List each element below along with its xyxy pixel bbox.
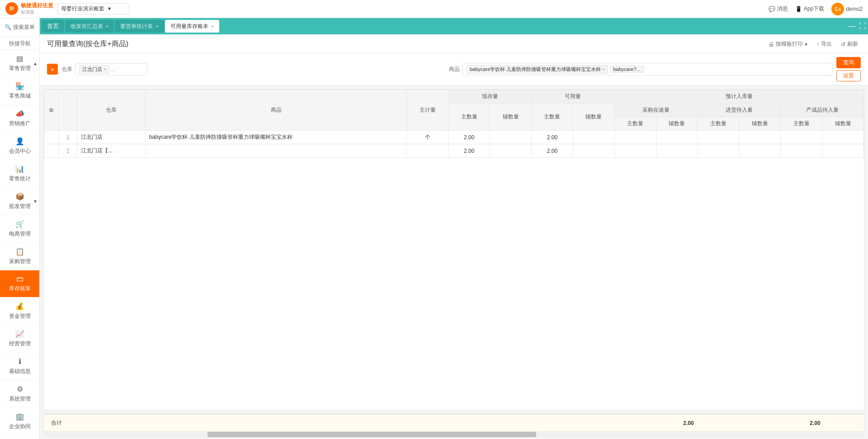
inventory-table: ⚙ 仓库 商品 主计量 现存量 可用量 预计入库量 主数量 辅数量 (44, 90, 864, 158)
tab-minimize-btn[interactable]: — (848, 22, 855, 30)
th-current-aux: 辅数量 (490, 104, 532, 131)
export-btn[interactable]: ↑ 导出 (814, 39, 835, 49)
wholesale-mgmt-icon: 📦 (15, 192, 24, 201)
print-icon: 🖨 (769, 41, 774, 47)
sidebar-item-retail-stats[interactable]: 📊 零售统计 (0, 160, 39, 188)
tab-bar: 首页 收发存汇总表 × 要货单统计表 × 可用量库存账本 × — ⛶ (40, 18, 868, 34)
tab-available-inventory[interactable]: 可用量库存账本 × (165, 20, 219, 33)
main-layout: 🔍 搜索菜单 快捷导航 ▤ 零售管理 ▲ 🏪 零售商城 📣 营销推广 👤 会员中… (0, 18, 868, 439)
cell-unit (407, 144, 448, 158)
cell-warehouse: 江北门店 (77, 131, 146, 144)
top-bar-right: 💬 消息 📱 App下载 Ea demo2 (769, 3, 863, 15)
th-group-current: 现存量 (448, 90, 532, 104)
th-index (59, 90, 77, 131)
sidebar-item-purchase[interactable]: 📋 采购管理 (0, 243, 39, 270)
basic-info-icon: ℹ (19, 357, 21, 366)
product-filter-input[interactable]: babycare学饮杯 儿童防摔防撞吸管杯重力球吸嘴杯宝宝水杯 × babyca… (462, 63, 833, 76)
sidebar-item-inventory[interactable]: 🗃 库存核算 (0, 270, 39, 297)
store-selector[interactable]: 母婴行业演示账套 ▾ (57, 3, 129, 14)
th-current-main: 主数量 (448, 104, 490, 131)
enterprise-icon: 🏢 (15, 412, 24, 421)
sidebar-item-sys-mgmt[interactable]: ⚙ 系统管理 (0, 380, 39, 408)
query-btn[interactable]: 查询 (836, 57, 861, 68)
tab-close-icon[interactable]: × (211, 24, 214, 29)
th-product: 商品 (145, 90, 406, 131)
product-tag-1-close[interactable]: × (602, 67, 605, 72)
sidebar-item-member-center[interactable]: 👤 会员中心 (0, 132, 39, 160)
sidebar-item-label: 经营管理 (9, 340, 31, 348)
th-production-main: 主数量 (781, 117, 822, 131)
summary-current-main: 2.00 (643, 418, 734, 428)
tab-close-icon[interactable]: × (156, 24, 158, 29)
warehouse-tag-close[interactable]: × (104, 67, 106, 72)
page-title-row: 可用量查询(按仓库+商品) 🖨 按模板打印 ▾ ↑ 导出 ↺ (47, 39, 861, 49)
chevron-down-icon: ▾ (108, 5, 111, 12)
sidebar-item-new-guide[interactable]: 🚀 新手引导 (0, 435, 39, 439)
warehouse-filter-input[interactable]: 江北门店 × ... (75, 63, 147, 76)
sidebar-item-ops-mgmt[interactable]: 📈 经营管理 (0, 325, 39, 353)
tab-receipt-summary[interactable]: 收发存汇总表 × (65, 20, 114, 33)
sidebar-item-label: 零售统计 (9, 175, 31, 183)
sidebar-item-enterprise[interactable]: 🏢 企业协同 (0, 408, 39, 435)
app-download-btn[interactable]: 📱 App下载 (795, 5, 824, 13)
th-incoming-main: 主数量 (698, 117, 739, 131)
sidebar-item-wholesale-mgmt[interactable]: 📦 批发管理 ▼ (0, 188, 39, 215)
sidebar-item-label: 会员中心 (9, 147, 31, 155)
tab-close-icon[interactable]: × (106, 24, 108, 29)
refresh-btn[interactable]: ↺ 刷新 (838, 39, 861, 49)
sidebar-item-retail-mall[interactable]: 🏪 零售商城 (0, 77, 39, 105)
cell-purchase-main (614, 144, 656, 158)
user-profile[interactable]: Ea demo2 (831, 3, 863, 15)
inventory-icon: 🗃 (16, 275, 24, 283)
th-purchase-aux: 辅数量 (656, 117, 698, 131)
table-row: 2 江北门店【... 2.00 2.00 (44, 144, 864, 158)
tab-maximize-btn[interactable]: ⛶ (859, 22, 866, 30)
tab-order-stats[interactable]: 要货单统计表 × (115, 20, 164, 33)
page-title: 可用量查询(按仓库+商品) (47, 39, 128, 49)
page-header: 可用量查询(按仓库+商品) 🖨 按模板打印 ▾ ↑ 导出 ↺ (40, 34, 868, 53)
summary-current-aux (734, 421, 770, 425)
settings-btn[interactable]: 设置 (836, 70, 861, 81)
tab-home[interactable]: 首页 (42, 20, 64, 33)
cell-avail-main: 2.00 (531, 144, 573, 158)
th-settings[interactable]: ⚙ (44, 90, 59, 131)
avatar: Ea (831, 3, 844, 15)
user-name: demo2 (846, 6, 863, 12)
sidebar-item-label: 电商管理 (9, 230, 31, 238)
sidebar-item-label: 零售管理 (9, 65, 31, 72)
retail-mall-icon: 🏪 (15, 82, 24, 90)
cell-incoming-main (698, 144, 739, 158)
app-download-icon: 📱 (795, 6, 802, 12)
cell-purchase-main (614, 131, 656, 144)
logo-sub: 标准版 (21, 9, 53, 15)
cell-incoming-aux (739, 131, 781, 144)
sidebar-item-ecommerce[interactable]: 🛒 电商管理 (0, 215, 39, 243)
cell-settings (44, 131, 59, 144)
tab-bar-actions: — ⛶ (848, 22, 866, 30)
cell-incoming-aux (739, 144, 781, 158)
table-row: 1 江北门店 babycare学饮杯 儿童防摔防撞吸管杯重力球吸嘴杯宝宝水杯 个… (44, 131, 864, 144)
message-btn[interactable]: 💬 消息 (769, 5, 788, 13)
filter-expand-btn[interactable]: » (47, 64, 58, 75)
top-bar: 好 畅捷通好生意 标准版 母婴行业演示账套 ▾ 💬 消息 📱 App下载 Ea … (0, 0, 868, 18)
sidebar-search-btn[interactable]: 🔍 搜索菜单 (4, 22, 36, 33)
print-btn[interactable]: 🖨 按模板打印 ▾ (766, 39, 810, 49)
expand-arrow-icon: ▲ (33, 61, 38, 66)
scroll-bar-thumb[interactable] (208, 432, 536, 437)
retail-mgmt-icon: ▤ (16, 54, 23, 63)
sidebar-item-retail-mgmt[interactable]: ▤ 零售管理 ▲ (0, 50, 39, 77)
scroll-bar-area[interactable] (43, 432, 864, 437)
logo-icon: 好 (5, 2, 18, 15)
summary-bar: 合计 2.00 2.00 (43, 414, 864, 432)
th-group-incoming: 进货待入量 (698, 104, 781, 117)
sidebar-item-label: 资金管理 (9, 312, 31, 320)
message-icon: 💬 (769, 6, 775, 12)
sidebar-item-marketing[interactable]: 📣 营销推广 (0, 105, 39, 132)
sidebar-item-finance[interactable]: 💰 资金管理 (0, 297, 39, 325)
print-dropdown-icon: ▾ (805, 41, 807, 47)
th-group-purchase-transit: 采购在途量 (614, 104, 698, 117)
sidebar-item-basic-info[interactable]: ℹ 基础信息 (0, 353, 39, 380)
message-label: 消息 (777, 5, 788, 13)
sidebar-item-label: 系统管理 (9, 395, 31, 403)
cell-product: babycare学饮杯 儿童防摔防撞吸管杯重力球吸嘴杯宝宝水杯 (145, 131, 406, 144)
